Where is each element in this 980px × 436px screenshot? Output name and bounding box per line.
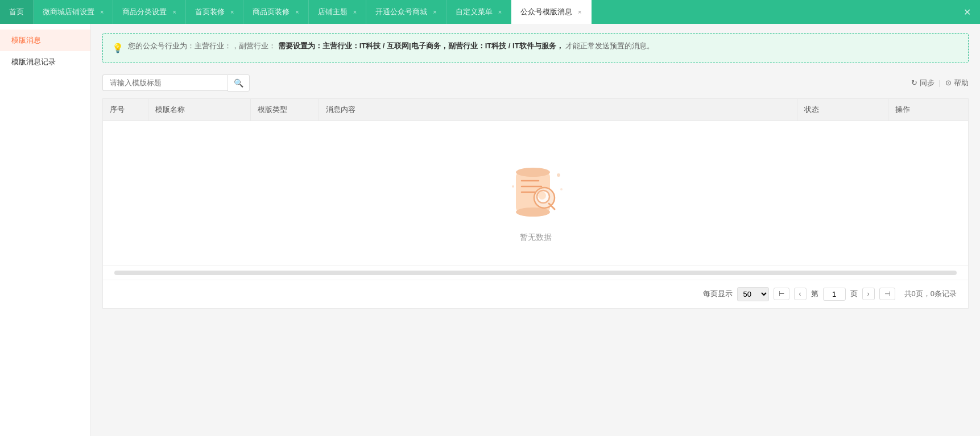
tab-template-msg-close[interactable]: × bbox=[578, 9, 581, 15]
page-total: 共0页，0条记录 bbox=[904, 289, 957, 299]
page-last-button[interactable]: ⊣ bbox=[879, 288, 895, 300]
svg-point-2 bbox=[516, 168, 550, 177]
tab-product-category-close[interactable]: × bbox=[172, 9, 176, 15]
tab-shop-setting-close[interactable]: × bbox=[100, 9, 104, 15]
col-action: 操作 bbox=[888, 99, 968, 121]
pagination: 每页显示 50 20 100 ⊢ ‹ 第 页 › ⊣ 共0页，0条记录 bbox=[103, 280, 968, 308]
sidebar-item-template-record[interactable]: 模版消息记录 bbox=[0, 51, 90, 73]
tab-product-decor-close[interactable]: × bbox=[295, 9, 299, 15]
sync-icon: ↻ bbox=[911, 78, 917, 87]
empty-text: 暂无数据 bbox=[520, 232, 552, 243]
notice-highlight: 需要设置为：主营行业：IT科技 / 互联网|电子商务，副营行业：IT科技 / I… bbox=[278, 41, 564, 50]
sidebar-item-template-record-label: 模版消息记录 bbox=[11, 57, 56, 66]
tab-shop-theme-close[interactable]: × bbox=[353, 9, 357, 15]
svg-point-13 bbox=[560, 188, 563, 190]
page-next-button[interactable]: › bbox=[862, 288, 875, 300]
notice-suffix: 才能正常发送预置的消息。 bbox=[565, 41, 654, 50]
svg-point-3 bbox=[516, 207, 550, 217]
notice-prefix: 您的公众号行业为：主营行业：，副营行业： bbox=[128, 41, 276, 50]
search-bar: 🔍 ↻ 同步 | ⊙ 帮助 bbox=[102, 74, 969, 92]
horizontal-scrollbar[interactable] bbox=[114, 271, 957, 275]
tab-custom-menu-close[interactable]: × bbox=[498, 9, 502, 15]
notice-banner: 💡 您的公众号行业为：主营行业：，副营行业： 需要设置为：主营行业：IT科技 /… bbox=[102, 33, 969, 63]
tab-shop-setting[interactable]: 微商城店铺设置 × bbox=[34, 0, 113, 24]
help-button[interactable]: ⊙ 帮助 bbox=[945, 78, 969, 88]
tab-product-decor-label: 商品页装修 bbox=[253, 7, 290, 17]
sidebar-item-template-msg[interactable]: 模版消息 bbox=[0, 30, 90, 51]
col-name: 模版名称 bbox=[148, 99, 251, 121]
page-first-button[interactable]: ⊢ bbox=[774, 288, 789, 300]
empty-state: 暂无数据 bbox=[103, 121, 968, 265]
tab-open-mall[interactable]: 开通公众号商城 × bbox=[366, 0, 446, 24]
svg-point-11 bbox=[557, 173, 560, 177]
search-button[interactable]: 🔍 bbox=[228, 74, 250, 92]
tab-home-decor[interactable]: 首页装修 × bbox=[186, 0, 243, 24]
tab-home[interactable]: 首页 bbox=[0, 0, 34, 24]
tab-bar-close-all[interactable]: ✕ bbox=[954, 7, 980, 18]
tab-shop-theme[interactable]: 店铺主题 × bbox=[309, 0, 366, 24]
tab-open-mall-close[interactable]: × bbox=[433, 9, 436, 15]
svg-point-12 bbox=[512, 185, 514, 188]
svg-point-10 bbox=[538, 192, 546, 200]
tab-custom-menu[interactable]: 自定义菜单 × bbox=[446, 0, 511, 24]
page-unit: 页 bbox=[850, 289, 858, 299]
sync-label: 同步 bbox=[920, 78, 934, 88]
scrollbar-area bbox=[103, 265, 968, 280]
col-type: 模版类型 bbox=[251, 99, 319, 121]
tab-product-decor[interactable]: 商品页装修 × bbox=[243, 0, 308, 24]
tab-open-mall-label: 开通公众号商城 bbox=[375, 7, 427, 17]
tab-custom-menu-label: 自定义菜单 bbox=[456, 7, 493, 17]
col-status: 状态 bbox=[797, 99, 888, 121]
tab-home-label: 首页 bbox=[9, 7, 24, 17]
notice-text: 您的公众号行业为：主营行业：，副营行业： 需要设置为：主营行业：IT科技 / 互… bbox=[128, 40, 654, 52]
page-input[interactable] bbox=[823, 288, 846, 301]
table-container: 序号 模版名称 模版类型 消息内容 状态 操作 bbox=[102, 98, 969, 309]
page-size-label: 每页显示 bbox=[703, 289, 733, 299]
help-label: 帮助 bbox=[954, 78, 969, 88]
col-index: 序号 bbox=[103, 99, 148, 121]
page-size-select[interactable]: 50 20 100 bbox=[737, 287, 769, 301]
table-header: 序号 模版名称 模版类型 消息内容 状态 操作 bbox=[103, 99, 968, 121]
notice-icon: 💡 bbox=[112, 41, 123, 56]
tab-product-category-label: 商品分类设置 bbox=[122, 7, 167, 17]
sidebar: 模版消息 模版消息记录 bbox=[0, 24, 91, 436]
col-content: 消息内容 bbox=[319, 99, 797, 121]
sidebar-item-template-msg-label: 模版消息 bbox=[11, 36, 41, 44]
page-prev-button[interactable]: ‹ bbox=[794, 288, 807, 300]
tab-home-decor-close[interactable]: × bbox=[230, 9, 234, 15]
tab-template-msg[interactable]: 公众号模版消息 × bbox=[511, 0, 591, 24]
tab-shop-setting-label: 微商城店铺设置 bbox=[43, 7, 94, 17]
empty-illustration bbox=[502, 155, 570, 223]
search-input[interactable] bbox=[102, 74, 228, 91]
help-icon: ⊙ bbox=[945, 78, 952, 87]
tab-home-decor-label: 首页装修 bbox=[195, 7, 225, 17]
sync-button[interactable]: ↻ 同步 bbox=[911, 78, 934, 88]
search-left: 🔍 bbox=[102, 74, 250, 92]
tab-bar: 首页 微商城店铺设置 × 商品分类设置 × 首页装修 × 商品页装修 × 店铺主… bbox=[0, 0, 980, 24]
tab-product-category[interactable]: 商品分类设置 × bbox=[113, 0, 185, 24]
search-icon: 🔍 bbox=[234, 78, 243, 88]
search-right: ↻ 同步 | ⊙ 帮助 bbox=[911, 78, 969, 88]
main-layout: 模版消息 模版消息记录 💡 您的公众号行业为：主营行业：，副营行业： 需要设置为… bbox=[0, 24, 980, 436]
tab-shop-theme-label: 店铺主题 bbox=[318, 7, 348, 17]
content-area: 💡 您的公众号行业为：主营行业：，副营行业： 需要设置为：主营行业：IT科技 /… bbox=[91, 24, 980, 436]
divider: | bbox=[939, 78, 941, 87]
tab-template-msg-label: 公众号模版消息 bbox=[520, 7, 572, 17]
page-label: 第 bbox=[811, 289, 818, 299]
